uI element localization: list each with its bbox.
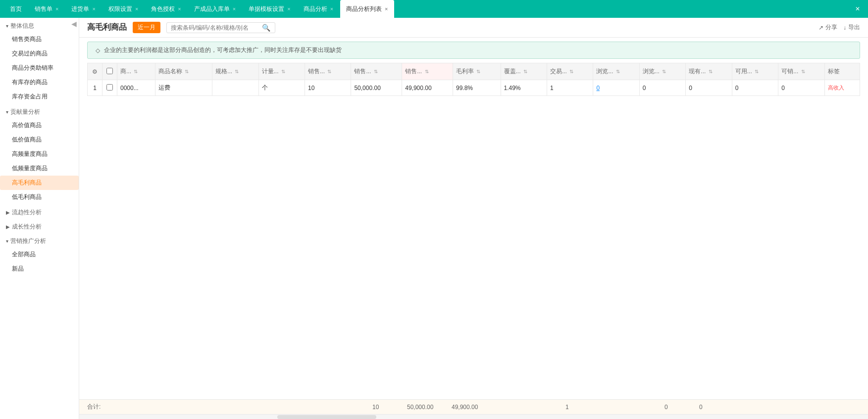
col-name[interactable]: 商品名称 ⇅ [155, 63, 212, 80]
sort-coverage-icon: ⇅ [523, 69, 527, 74]
nav-product-inbound-close[interactable]: × [233, 6, 236, 12]
cell-usable: 0 [732, 80, 778, 96]
sidebar-item-stock-goods[interactable]: 有库存的商品 [0, 75, 79, 90]
search-input[interactable] [171, 24, 260, 31]
sidebar-item-high-freq[interactable]: 高频量度商品 [0, 147, 79, 161]
col-tag[interactable]: 标签 [824, 63, 860, 80]
cell-available: 0 [686, 80, 732, 96]
footer-bar: 合计: 10 50,000.00 49,900.00 1 0 0 [79, 399, 868, 414]
nav-home[interactable]: 首页 [4, 0, 28, 18]
col-settings[interactable]: ⚙ [88, 63, 102, 80]
scrollbar-thumb[interactable] [277, 415, 376, 419]
nav-role-close[interactable]: × [178, 6, 181, 12]
cell-sales-qty: 10 [305, 80, 351, 96]
search-box: 🔍 [166, 22, 275, 33]
nav-product-inbound[interactable]: 产成品入库单 × [188, 0, 242, 18]
nav-template[interactable]: 单据模板设置 × [243, 0, 296, 18]
nav-permission[interactable]: 权限设置 × [102, 0, 144, 18]
nav-purchase[interactable]: 进货单 × [65, 0, 101, 18]
col-unit[interactable]: 计量... ⇅ [258, 63, 305, 80]
cell-checkbox[interactable] [102, 80, 117, 96]
select-all-checkbox[interactable] [106, 68, 113, 74]
nav-role[interactable]: 角色授权 × [145, 0, 187, 18]
table-wrapper[interactable]: ⚙ 商... ⇅ 商品名称 ⇅ [79, 63, 868, 399]
info-banner: ◇ 企业的主要的利润都是这部分商品创造的，可考虑加大推广，同时关注库存是不要出现… [87, 42, 860, 59]
nav-template-close[interactable]: × [287, 6, 290, 12]
sidebar-group-trend[interactable]: ▶ 流趋性分析 [0, 204, 79, 219]
nav-permission-close[interactable]: × [135, 6, 138, 12]
cell-num: 1 [88, 80, 102, 96]
sidebar-item-low-value[interactable]: 低价值商品 [0, 133, 79, 147]
col-checkbox[interactable] [102, 63, 117, 80]
sidebar: ◀ ▾ 整体信息 销售类商品 交易过的商品 商品分类助销率 有库存的商品 库存资… [0, 18, 79, 419]
filter-recent-month-btn[interactable]: 近一月 [133, 22, 160, 33]
sidebar-group-marketing[interactable]: ▾ 营销推广分析 [0, 233, 79, 247]
nav-purchase-close[interactable]: × [92, 6, 95, 12]
col-sellable[interactable]: 可销... ⇅ [778, 63, 824, 80]
col-available[interactable]: 现有... ⇅ [686, 63, 732, 80]
sidebar-group-overall[interactable]: ▾ 整体信息 [0, 18, 79, 32]
cell-spec [212, 80, 258, 96]
group-growth-arrow: ▶ [6, 224, 10, 230]
cell-tag: 高收入 [824, 80, 860, 96]
col-sales-qty[interactable]: 销售... ⇅ [305, 63, 351, 80]
nav-product-analysis-list[interactable]: 商品分析列表 × [340, 0, 394, 18]
col-browse1[interactable]: 浏览... ⇅ [593, 63, 639, 80]
nav-sales-close[interactable]: × [55, 6, 58, 12]
sort-gross-rate-icon: ⇅ [476, 69, 480, 74]
sort-sales-qty-icon: ⇅ [327, 69, 331, 74]
sidebar-group-contribution[interactable]: ▾ 贡献量分析 [0, 104, 79, 118]
search-icon[interactable]: 🔍 [262, 24, 270, 32]
cell-code: 0000... [117, 80, 155, 96]
sidebar-item-low-freq[interactable]: 低频量度商品 [0, 161, 79, 176]
col-trade[interactable]: 交易... ⇅ [547, 63, 593, 80]
sort-trade-icon: ⇅ [569, 69, 573, 74]
sort-name-icon: ⇅ [185, 69, 189, 74]
footer-sales-amt: 50,000.00 [404, 404, 449, 411]
group-trend-arrow: ▶ [6, 210, 10, 215]
sort-sales-amt-icon: ⇅ [374, 69, 378, 74]
sort-sales-cost-icon: ⇅ [425, 69, 429, 74]
sidebar-item-category-rate[interactable]: 商品分类助销率 [0, 61, 79, 75]
nav-product-analysis[interactable]: 商品分析 × [298, 0, 339, 18]
export-icon: ↓ [843, 24, 846, 31]
close-all-btn[interactable]: ✕ [851, 3, 864, 14]
sidebar-item-sales-goods[interactable]: 销售类商品 [0, 32, 79, 47]
sidebar-item-traded-goods[interactable]: 交易过的商品 [0, 47, 79, 61]
sidebar-item-new-goods[interactable]: 新品 [0, 262, 79, 276]
main-layout: ◀ ▾ 整体信息 销售类商品 交易过的商品 商品分类助销率 有库存的商品 库存资… [0, 18, 868, 419]
sidebar-item-high-value[interactable]: 高价值商品 [0, 118, 79, 133]
group-marketing-arrow: ▾ [6, 238, 8, 244]
nav-product-analysis-close[interactable]: × [330, 6, 333, 12]
footer-available: 0 [662, 404, 696, 411]
cell-browse1[interactable]: 0 [593, 80, 639, 96]
col-spec[interactable]: 规格... ⇅ [212, 63, 258, 80]
sidebar-item-low-margin[interactable]: 低毛利商品 [0, 190, 79, 204]
col-usable[interactable]: 可用... ⇅ [732, 63, 778, 80]
cell-trade: 1 [547, 80, 593, 96]
col-browse2[interactable]: 浏览... ⇅ [639, 63, 685, 80]
info-icon: ◇ [96, 47, 100, 54]
row-checkbox[interactable] [106, 84, 113, 91]
col-coverage[interactable]: 覆盖... ⇅ [501, 63, 547, 80]
share-btn[interactable]: ↗ 分享 [818, 23, 837, 32]
sidebar-collapse-btn[interactable]: ◀ [71, 20, 77, 28]
col-gross-rate[interactable]: 毛利率 ⇅ [453, 63, 501, 80]
sidebar-item-stock-capital[interactable]: 库存资金占用 [0, 90, 79, 104]
nav-sales[interactable]: 销售单 × [29, 0, 64, 18]
share-icon: ↗ [818, 24, 823, 31]
horizontal-scrollbar[interactable] [79, 414, 868, 419]
col-sales-cost[interactable]: 销售... ⇅ [402, 63, 453, 80]
sidebar-item-all-goods[interactable]: 全部商品 [0, 247, 79, 262]
export-btn[interactable]: ↓ 导出 [843, 23, 860, 32]
col-sales-amt[interactable]: 销售... ⇅ [351, 63, 402, 80]
col-code[interactable]: 商... ⇅ [117, 63, 155, 80]
page-title: 高毛利商品 [87, 22, 127, 33]
footer-label: 合计: [87, 403, 176, 411]
sidebar-item-high-margin[interactable]: 高毛利商品 [0, 176, 79, 190]
sidebar-group-growth[interactable]: ▶ 成长性分析 [0, 219, 79, 233]
footer-trade: 1 [562, 404, 592, 411]
nav-product-analysis-list-close[interactable]: × [385, 6, 388, 12]
cell-unit: 个 [258, 80, 305, 96]
table-header-row: ⚙ 商... ⇅ 商品名称 ⇅ [88, 63, 860, 80]
